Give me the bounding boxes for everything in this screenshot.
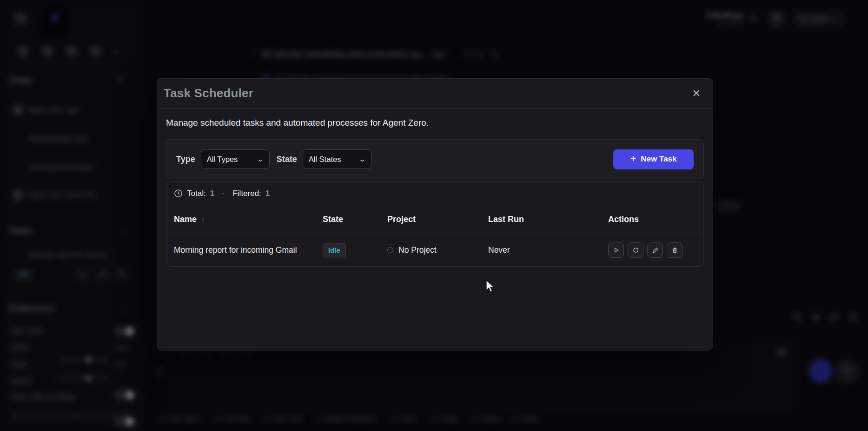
chevron-down-icon: ⌄ bbox=[358, 155, 366, 163]
column-header-name[interactable]: Name ↑ bbox=[174, 215, 323, 224]
tasks-table: Total: 1 · Filtered: 1 Name ↑ State Proj… bbox=[166, 182, 704, 267]
plus-icon: + bbox=[630, 153, 636, 165]
refresh-icon bbox=[632, 247, 639, 254]
task-scheduler-modal: Task Scheduler ✕ Manage scheduled tasks … bbox=[157, 78, 713, 350]
pencil-icon bbox=[652, 247, 659, 254]
type-select[interactable]: All Types ⌄ bbox=[201, 149, 270, 169]
task-last-run: Never bbox=[488, 245, 608, 255]
column-header-project[interactable]: Project bbox=[387, 215, 488, 224]
state-badge: Idle bbox=[323, 243, 346, 257]
modal-header: Task Scheduler ✕ bbox=[157, 79, 713, 108]
modal-title: Task Scheduler bbox=[164, 86, 253, 101]
filtered-value: 1 bbox=[265, 189, 270, 198]
filtered-label: Filtered: bbox=[232, 189, 261, 198]
close-icon[interactable]: ✕ bbox=[692, 88, 701, 99]
app-root: « Chats ✎ Agent Zero Logs Brainstorming … bbox=[0, 0, 868, 431]
edit-task-button[interactable] bbox=[647, 242, 663, 258]
chevron-down-icon: ⌄ bbox=[257, 155, 264, 163]
sort-asc-icon: ↑ bbox=[201, 216, 205, 223]
type-filter-label: Type bbox=[176, 155, 195, 164]
state-filter-label: State bbox=[277, 155, 297, 164]
clock-icon bbox=[174, 189, 183, 198]
stats-bar: Total: 1 · Filtered: 1 bbox=[166, 182, 703, 205]
task-project: No Project bbox=[387, 245, 488, 255]
table-row: Morning report for incoming Gmail Idle N… bbox=[166, 234, 703, 266]
stats-separator: · bbox=[222, 189, 225, 198]
table-header-row: Name ↑ State Project Last Run Actions bbox=[166, 205, 703, 234]
new-task-button[interactable]: + New Task bbox=[613, 149, 694, 169]
project-circle-icon bbox=[387, 247, 393, 253]
trash-icon bbox=[671, 247, 678, 254]
task-name: Morning report for incoming Gmail bbox=[174, 245, 323, 255]
task-actions bbox=[608, 242, 703, 258]
run-task-button[interactable] bbox=[608, 242, 624, 258]
column-header-state[interactable]: State bbox=[323, 215, 387, 224]
state-select[interactable]: All States ⌄ bbox=[303, 149, 371, 169]
column-header-actions: Actions bbox=[608, 215, 703, 224]
play-icon bbox=[613, 247, 620, 254]
delete-task-button[interactable] bbox=[667, 242, 682, 258]
total-value: 1 bbox=[210, 189, 214, 198]
filter-bar: Type All Types ⌄ State All States ⌄ + Ne… bbox=[166, 139, 704, 179]
total-label: Total: bbox=[187, 189, 206, 198]
column-header-last-run[interactable]: Last Run bbox=[488, 215, 608, 224]
modal-subtitle: Manage scheduled tasks and automated pro… bbox=[166, 118, 704, 135]
mouse-cursor bbox=[485, 280, 496, 294]
reload-task-button[interactable] bbox=[628, 242, 643, 258]
